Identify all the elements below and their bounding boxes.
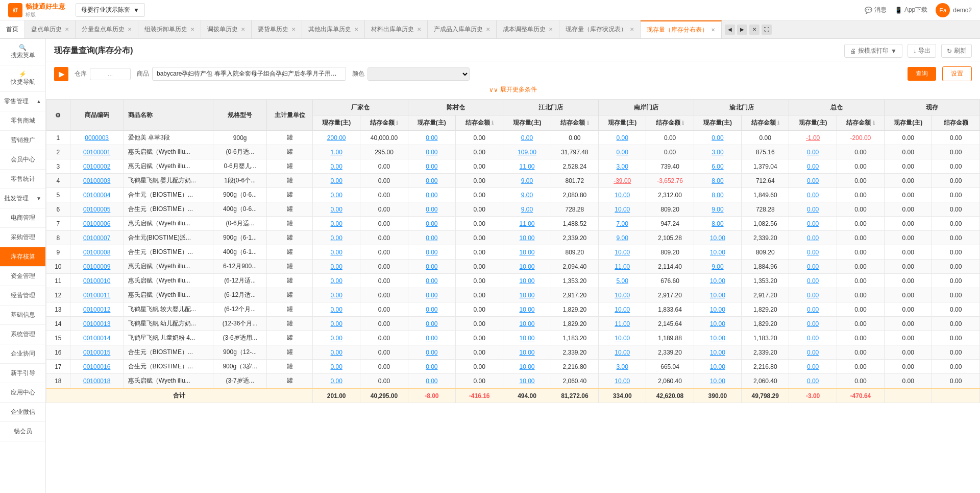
total-stock[interactable]: 0.00 bbox=[789, 159, 837, 174]
nangan-stock[interactable]: 10.00 bbox=[599, 188, 646, 202]
yuanbei-stock[interactable]: 10.00 bbox=[694, 345, 741, 360]
col-settings-header[interactable]: ⚙ bbox=[46, 100, 70, 131]
app-download-btn[interactable]: 📱 App下载 bbox=[895, 6, 927, 14]
yuanbei-stock[interactable]: 8.00 bbox=[694, 217, 741, 231]
print-btn[interactable]: 🖨 按模版打印 ▼ bbox=[844, 44, 902, 58]
nangan-stock[interactable]: 7.00 bbox=[599, 217, 646, 231]
nancun-stock[interactable]: 0.00 bbox=[408, 159, 455, 174]
sidebar-item-basic[interactable]: 基础信息 bbox=[0, 306, 45, 325]
close-icon[interactable]: ✕ bbox=[354, 27, 358, 32]
jiangbei-stock[interactable]: 10.00 bbox=[503, 331, 551, 345]
nangan-stock[interactable]: 10.00 bbox=[599, 288, 646, 302]
nangan-stock[interactable]: 11.00 bbox=[599, 260, 646, 274]
factory-stock[interactable]: 0.00 bbox=[312, 374, 360, 389]
refresh-btn[interactable]: ↻ 刷新 bbox=[941, 44, 972, 58]
yuanbei-stock[interactable]: 9.00 bbox=[694, 202, 741, 217]
sidebar-item-vip[interactable]: 畅会员 bbox=[0, 422, 45, 441]
nangan-stock[interactable]: 3.00 bbox=[599, 360, 646, 374]
nancun-stock[interactable]: 0.00 bbox=[408, 302, 455, 317]
factory-stock[interactable]: 0.00 bbox=[312, 217, 360, 231]
sidebar-item-collab[interactable]: 企业协同 bbox=[0, 344, 45, 364]
factory-stock[interactable]: 0.00 bbox=[312, 317, 360, 331]
jiangbei-stock[interactable]: 10.00 bbox=[503, 317, 551, 331]
sidebar-item-apps[interactable]: 应用中心 bbox=[0, 383, 45, 403]
total-stock[interactable]: 0.00 bbox=[789, 288, 837, 302]
close-icon[interactable]: ✕ bbox=[630, 27, 634, 32]
tab-stock-status[interactable]: 现存量（库存状况表）✕ bbox=[559, 20, 641, 39]
expand-more-btn[interactable]: ∨∨ 展开更多条件 bbox=[489, 85, 537, 94]
jiangbei-stock[interactable]: 9.00 bbox=[503, 188, 551, 202]
nangan-stock[interactable]: 10.00 bbox=[599, 345, 646, 360]
nangan-stock[interactable]: 0.00 bbox=[599, 145, 646, 159]
tab-transfer[interactable]: 调拨单历史✕ bbox=[201, 20, 252, 39]
row-code[interactable]: 00100009 bbox=[70, 260, 124, 274]
sidebar-item-finance[interactable]: 资金管理 bbox=[0, 267, 45, 286]
nangan-stock[interactable]: 5.00 bbox=[599, 274, 646, 288]
product-input[interactable]: babycare孕妇待产包 春季入院全套母子组合孕妇产后冬季月子用品 22件套 … bbox=[152, 67, 346, 81]
tab-product-in[interactable]: 产成品入库单历史✕ bbox=[428, 20, 497, 39]
jiangbei-stock[interactable]: 10.00 bbox=[503, 260, 551, 274]
factory-stock[interactable]: 0.00 bbox=[312, 260, 360, 274]
total-stock[interactable]: 0.00 bbox=[789, 245, 837, 260]
yuanbei-stock[interactable]: 10.00 bbox=[694, 317, 741, 331]
jiangbei-stock[interactable]: 10.00 bbox=[503, 231, 551, 245]
total-stock[interactable]: 0.00 bbox=[789, 345, 837, 360]
factory-stock[interactable]: 1.00 bbox=[312, 145, 360, 159]
nangan-stock[interactable]: 9.00 bbox=[599, 231, 646, 245]
nangan-stock[interactable]: 10.00 bbox=[599, 202, 646, 217]
nangan-stock[interactable]: -39.00 bbox=[599, 174, 646, 188]
nangan-stock[interactable]: 10.00 bbox=[599, 245, 646, 260]
nangan-stock[interactable]: 3.00 bbox=[599, 159, 646, 174]
nancun-stock[interactable]: 0.00 bbox=[408, 360, 455, 374]
sidebar-item-retail[interactable]: 零售管理 ▲ bbox=[0, 92, 45, 111]
message-btn[interactable]: 💬 消息 bbox=[865, 6, 887, 14]
total-stock[interactable]: 0.00 bbox=[789, 202, 837, 217]
tab-material-out[interactable]: 材料出库单历史✕ bbox=[365, 20, 428, 39]
close-icon[interactable]: ✕ bbox=[417, 27, 421, 32]
sidebar-item-purchase[interactable]: 采购管理 bbox=[0, 228, 45, 247]
yuanbei-stock[interactable]: 10.00 bbox=[694, 360, 741, 374]
row-code[interactable]: 00100004 bbox=[70, 188, 124, 202]
yuanbei-stock[interactable]: 3.00 bbox=[694, 145, 741, 159]
total-stock[interactable]: 0.00 bbox=[789, 217, 837, 231]
jiangbei-stock[interactable]: 9.00 bbox=[503, 174, 551, 188]
close-icon[interactable]: ✕ bbox=[549, 27, 553, 32]
nancun-stock[interactable]: 0.00 bbox=[408, 331, 455, 345]
yuanbei-stock[interactable]: 0.00 bbox=[694, 131, 741, 145]
yuanbei-stock[interactable]: 9.00 bbox=[694, 260, 741, 274]
sidebar-item-operations[interactable]: 经营管理 bbox=[0, 286, 45, 306]
nancun-stock[interactable]: 0.00 bbox=[408, 188, 455, 202]
sidebar-item-guide[interactable]: 新手引导 bbox=[0, 364, 45, 383]
jiangbei-stock[interactable]: 11.00 bbox=[503, 159, 551, 174]
tab-count-split[interactable]: 分量盘点单历史✕ bbox=[76, 20, 138, 39]
nangan-stock[interactable]: 11.00 bbox=[599, 317, 646, 331]
sidebar-item-wholesale[interactable]: 批发管理 ▼ bbox=[0, 189, 45, 208]
factory-stock[interactable]: 0.00 bbox=[312, 274, 360, 288]
nangan-stock[interactable]: 10.00 bbox=[599, 302, 646, 317]
setting-btn[interactable]: 设置 bbox=[942, 66, 972, 81]
nancun-stock[interactable]: 0.00 bbox=[408, 274, 455, 288]
sidebar-item-retail-store[interactable]: 零售商城 bbox=[0, 111, 45, 131]
yuanbei-stock[interactable]: 10.00 bbox=[694, 374, 741, 389]
sidebar-item-search[interactable]: 🔍 搜索英单 bbox=[0, 39, 45, 65]
jiangbei-stock[interactable]: 109.00 bbox=[503, 145, 551, 159]
factory-stock[interactable]: 0.00 bbox=[312, 331, 360, 345]
tab-cost-adjust[interactable]: 成本调整单历史✕ bbox=[497, 20, 559, 39]
factory-stock[interactable]: 200.00 bbox=[312, 131, 360, 145]
nancun-stock[interactable]: 0.00 bbox=[408, 217, 455, 231]
nangan-stock[interactable]: 0.00 bbox=[599, 131, 646, 145]
factory-stock[interactable]: 0.00 bbox=[312, 188, 360, 202]
row-code[interactable]: 00100016 bbox=[70, 360, 124, 374]
jiangbei-stock[interactable]: 10.00 bbox=[503, 245, 551, 260]
user-menu[interactable]: Ea demo2 bbox=[936, 3, 972, 17]
tab-home[interactable]: 首页 bbox=[0, 20, 25, 39]
row-code[interactable]: 00100002 bbox=[70, 159, 124, 174]
jiangbei-stock[interactable]: 0.00 bbox=[503, 131, 551, 145]
yuanbei-stock[interactable]: 8.00 bbox=[694, 188, 741, 202]
export-btn[interactable]: ↓ 导出 bbox=[908, 44, 936, 58]
sidebar-item-retail-stat[interactable]: 零售统计 bbox=[0, 170, 45, 189]
query-btn[interactable]: 查询 bbox=[908, 67, 936, 81]
nancun-stock[interactable]: 0.00 bbox=[408, 317, 455, 331]
row-code[interactable]: 00100013 bbox=[70, 317, 124, 331]
jiangbei-stock[interactable]: 10.00 bbox=[503, 274, 551, 288]
